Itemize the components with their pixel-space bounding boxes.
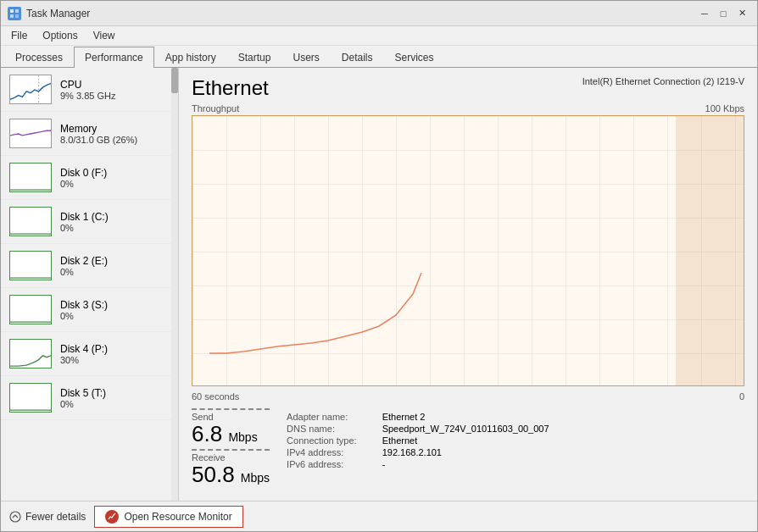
content-header: Ethernet Intel(R) Ethernet Connection (2… bbox=[192, 76, 744, 100]
throughput-label: Throughput bbox=[192, 103, 239, 114]
svg-rect-1 bbox=[15, 9, 19, 13]
cpu-value: 9% 3.85 GHz bbox=[60, 91, 163, 101]
tab-processes[interactable]: Processes bbox=[4, 47, 74, 68]
disk1-info: Disk 1 (C:) 0% bbox=[60, 211, 163, 233]
sidebar-scrollbar-thumb[interactable] bbox=[171, 68, 178, 93]
close-button[interactable]: ✕ bbox=[733, 6, 750, 21]
memory-label: Memory bbox=[60, 123, 163, 135]
disk0-info: Disk 0 (F:) 0% bbox=[60, 167, 163, 189]
disk5-info: Disk 5 (T:) 0% bbox=[60, 387, 163, 409]
maximize-button[interactable]: □ bbox=[715, 6, 732, 21]
tab-services[interactable]: Services bbox=[384, 47, 445, 68]
tab-startup[interactable]: Startup bbox=[227, 47, 282, 68]
tab-app-history[interactable]: App history bbox=[154, 47, 227, 68]
title-bar-left: Task Manager bbox=[8, 7, 90, 20]
cpu-thumbnail bbox=[9, 75, 52, 104]
disk0-thumbnail bbox=[9, 163, 52, 192]
sidebar-list: CPU 9% 3.85 GHz Memory 8.0/31.0 GB (26%) bbox=[1, 68, 171, 501]
disk4-thumbnail bbox=[9, 339, 52, 369]
title-bar: Task Manager ─ □ ✕ bbox=[1, 1, 757, 26]
adapter-name-value: Ethernet 2 bbox=[382, 412, 549, 422]
menu-view[interactable]: View bbox=[86, 28, 122, 43]
sidebar-item-cpu[interactable]: CPU 9% 3.85 GHz bbox=[1, 68, 171, 112]
disk0-label: Disk 0 (F:) bbox=[60, 167, 163, 179]
disk2-label: Disk 2 (E:) bbox=[60, 255, 163, 267]
tab-users[interactable]: Users bbox=[281, 47, 330, 68]
ipv6-value: - bbox=[382, 459, 549, 469]
stats-left: Send 6.8 Mbps Receive 50.8 Mbps bbox=[192, 408, 270, 487]
stats-right: Adapter name: Ethernet 2 DNS name: Speed… bbox=[287, 412, 549, 487]
disk5-value: 0% bbox=[60, 399, 163, 409]
memory-thumbnail bbox=[9, 119, 52, 148]
disk3-info: Disk 3 (S:) 0% bbox=[60, 299, 163, 321]
sidebar-item-disk4[interactable]: Disk 4 (P:) 30% bbox=[1, 332, 171, 376]
disk1-thumbnail bbox=[9, 207, 52, 236]
graph-container bbox=[192, 115, 744, 386]
cpu-label: CPU bbox=[60, 79, 163, 91]
dns-name-label: DNS name: bbox=[287, 424, 357, 434]
sidebar-item-disk3[interactable]: Disk 3 (S:) 0% bbox=[1, 288, 171, 332]
open-resource-monitor-button[interactable]: Open Resource Monitor bbox=[94, 506, 242, 528]
content-panel: Ethernet Intel(R) Ethernet Connection (2… bbox=[179, 68, 757, 501]
sidebar-item-disk2[interactable]: Disk 2 (E:) 0% bbox=[1, 244, 171, 288]
disk1-label: Disk 1 (C:) bbox=[60, 211, 163, 223]
ipv4-value: 192.168.2.101 bbox=[382, 447, 549, 457]
connection-type-value: Ethernet bbox=[382, 435, 549, 446]
sidebar-item-memory[interactable]: Memory 8.0/31.0 GB (26%) bbox=[1, 112, 171, 156]
receive-block: Receive 50.8 Mbps bbox=[192, 449, 270, 487]
disk1-value: 0% bbox=[60, 223, 163, 233]
dns-name-value: Speedport_W_724V_01011603_00_007 bbox=[382, 424, 549, 434]
content-title: Ethernet bbox=[192, 76, 269, 100]
menu-options[interactable]: Options bbox=[36, 28, 84, 43]
menu-bar: File Options View bbox=[1, 26, 757, 46]
fewer-details-icon bbox=[9, 511, 21, 523]
graph-label-bottom: 60 seconds 0 bbox=[192, 391, 744, 402]
sidebar-wrapper: CPU 9% 3.85 GHz Memory 8.0/31.0 GB (26%) bbox=[1, 68, 179, 501]
disk2-info: Disk 2 (E:) 0% bbox=[60, 255, 163, 277]
open-resource-label: Open Resource Monitor bbox=[124, 511, 231, 523]
svg-point-6 bbox=[10, 512, 20, 522]
svg-rect-0 bbox=[10, 9, 14, 13]
graph-time-label: 60 seconds bbox=[192, 391, 239, 402]
disk5-label: Disk 5 (T:) bbox=[60, 387, 163, 399]
tab-details[interactable]: Details bbox=[331, 47, 384, 68]
svg-rect-3 bbox=[15, 14, 19, 18]
disk2-thumbnail bbox=[9, 251, 52, 280]
disk3-thumbnail bbox=[9, 295, 52, 324]
send-value: 6.8 Mbps bbox=[192, 422, 270, 446]
title-controls: ─ □ ✕ bbox=[696, 6, 750, 21]
fewer-details-button[interactable]: Fewer details bbox=[9, 511, 86, 523]
graph-zero-label: 0 bbox=[739, 391, 744, 402]
menu-file[interactable]: File bbox=[4, 28, 34, 43]
sidebar-item-disk1[interactable]: Disk 1 (C:) 0% bbox=[1, 200, 171, 244]
connection-type-label: Connection type: bbox=[287, 435, 357, 446]
memory-info: Memory 8.0/31.0 GB (26%) bbox=[60, 123, 163, 145]
cpu-info: CPU 9% 3.85 GHz bbox=[60, 79, 163, 101]
bottom-bar: Fewer details Open Resource Monitor bbox=[1, 501, 757, 531]
sidebar-item-disk0[interactable]: Disk 0 (F:) 0% bbox=[1, 156, 171, 200]
tab-performance[interactable]: Performance bbox=[74, 47, 154, 68]
memory-value: 8.0/31.0 GB (26%) bbox=[60, 135, 163, 145]
disk4-info: Disk 4 (P:) 30% bbox=[60, 343, 163, 365]
ipv6-label: IPv6 address: bbox=[287, 459, 357, 469]
send-block: Send 6.8 Mbps bbox=[192, 408, 270, 446]
receive-value: 50.8 Mbps bbox=[192, 463, 270, 487]
minimize-button[interactable]: ─ bbox=[696, 6, 713, 21]
send-label: Send bbox=[192, 408, 270, 422]
svg-rect-5 bbox=[192, 116, 744, 385]
stats-area: Send 6.8 Mbps Receive 50.8 Mbps Adapter … bbox=[192, 408, 744, 487]
sidebar-item-disk5[interactable]: Disk 5 (T:) 0% bbox=[1, 376, 171, 420]
fewer-details-label: Fewer details bbox=[25, 511, 86, 523]
disk3-label: Disk 3 (S:) bbox=[60, 299, 163, 311]
app-icon bbox=[8, 7, 21, 20]
graph-svg bbox=[192, 116, 744, 385]
receive-label: Receive bbox=[192, 449, 270, 463]
main-area: CPU 9% 3.85 GHz Memory 8.0/31.0 GB (26%) bbox=[1, 68, 757, 501]
graph-highlight bbox=[676, 116, 744, 385]
disk5-thumbnail bbox=[9, 383, 52, 413]
sidebar-scrollbar[interactable] bbox=[171, 68, 178, 501]
disk2-value: 0% bbox=[60, 267, 163, 277]
graph-label-top: Throughput 100 Kbps bbox=[192, 103, 744, 114]
window-title: Task Manager bbox=[26, 8, 90, 19]
disk3-value: 0% bbox=[60, 311, 163, 321]
